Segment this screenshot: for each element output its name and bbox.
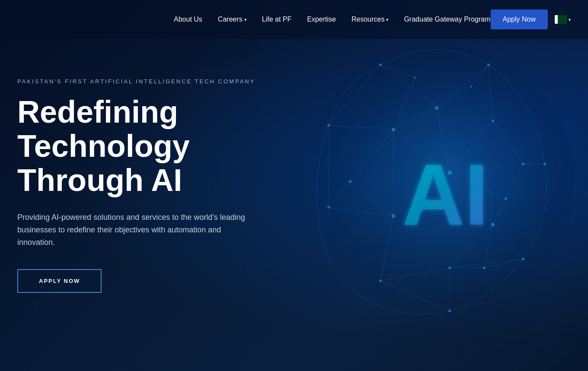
nav-item-resources[interactable]: Resources ▾: [352, 16, 388, 23]
flag-pakistan-icon: [555, 15, 567, 24]
hero-title: Redefining Technology Through AI: [17, 95, 298, 198]
svg-point-59: [505, 197, 507, 200]
nav-item-graduate[interactable]: Graduate Gateway Program: [404, 16, 490, 23]
svg-point-42: [487, 63, 490, 66]
nav-link-about[interactable]: About Us: [174, 16, 202, 23]
svg-point-56: [448, 310, 451, 312]
svg-point-57: [414, 77, 416, 79]
svg-point-44: [543, 163, 546, 165]
hero-cta-button[interactable]: APPLY NOW: [17, 269, 102, 293]
nav-item-careers[interactable]: Careers ▾: [218, 16, 246, 23]
chevron-down-icon: ▾: [244, 17, 246, 22]
svg-point-41: [379, 63, 382, 66]
svg-point-47: [327, 124, 330, 127]
svg-point-50: [392, 214, 395, 218]
nav-link-expertise[interactable]: Expertise: [307, 16, 336, 23]
hero-title-line1: Redefining Technology: [17, 95, 190, 163]
svg-text:AI: AI: [402, 146, 489, 243]
nav-link-life[interactable]: Life at PF: [262, 16, 291, 23]
hero-description: Providing AI-powered solutions and servi…: [17, 211, 259, 248]
nav-dropdown-careers[interactable]: Careers ▾: [218, 16, 246, 23]
svg-point-54: [448, 266, 451, 269]
hero-title-line2: Through AI: [17, 163, 182, 197]
hero-subtitle: PAKISTAN'S FIRST ARTIFICIAL INTELLIGENCE…: [17, 78, 298, 85]
svg-point-45: [522, 163, 524, 165]
navbar: About Us Careers ▾ Life at PF Expertise …: [0, 0, 588, 39]
hero-section: PAKISTAN'S FIRST ARTIFICIAL INTELLIGENCE…: [17, 78, 298, 293]
svg-point-51: [492, 120, 494, 122]
chevron-down-icon-lang: ▾: [569, 17, 571, 22]
chevron-down-icon-resources: ▾: [386, 17, 388, 22]
svg-point-55: [379, 279, 382, 282]
nav-link-graduate[interactable]: Graduate Gateway Program: [404, 16, 490, 23]
svg-point-61: [483, 266, 486, 269]
nav-dropdown-resources[interactable]: Resources ▾: [352, 16, 388, 23]
page-wrapper: AI AI: [0, 0, 588, 371]
svg-point-60: [349, 180, 352, 183]
svg-point-48: [392, 128, 395, 131]
svg-point-53: [522, 258, 524, 260]
svg-point-58: [470, 86, 472, 87]
svg-point-49: [327, 206, 330, 209]
apply-now-button[interactable]: Apply Now: [491, 10, 548, 29]
nav-item-about[interactable]: About Us: [174, 16, 202, 23]
language-selector[interactable]: ▾: [555, 15, 571, 24]
nav-link-careers[interactable]: Careers: [218, 16, 243, 23]
nav-item-life[interactable]: Life at PF: [262, 16, 291, 23]
nav-links: About Us Careers ▾ Life at PF Expertise …: [174, 16, 490, 23]
svg-point-43: [435, 106, 438, 110]
nav-link-resources[interactable]: Resources: [352, 16, 384, 23]
nav-item-expertise[interactable]: Expertise: [307, 16, 336, 23]
